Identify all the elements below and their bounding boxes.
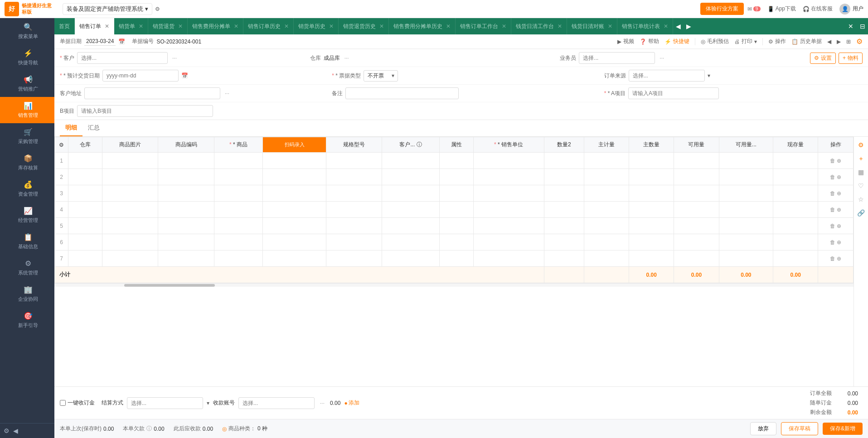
tab-close-cash-reconcile[interactable]: ✕ <box>608 23 612 29</box>
sidebar-item-system[interactable]: ⚙ 系统管理 <box>0 255 54 281</box>
row-7-delete-icon[interactable]: 🗑 <box>830 255 835 262</box>
tab-sales-expense[interactable]: 销售费用分摊单 ✕ <box>188 18 243 34</box>
tab-summary[interactable]: 汇总 <box>82 120 105 136</box>
row-2-main-qty[interactable] <box>629 169 674 185</box>
add-material-btn[interactable]: + 物料 <box>839 53 863 64</box>
row-5-copy-icon[interactable]: ⊕ <box>837 223 841 229</box>
settings-icon[interactable]: ⚙ <box>155 6 160 12</box>
toolbar-shortcut[interactable]: ⚡ 快捷键 <box>664 38 689 45</box>
print-dropdown-icon[interactable]: ▾ <box>754 39 757 45</box>
online-support-area[interactable]: 🎧 在线客服 <box>803 5 833 13</box>
tab-prev-button[interactable]: ◀ <box>673 23 684 30</box>
message-icon-area[interactable]: ✉ 9 <box>747 6 761 12</box>
order-source-dropdown-icon[interactable]: ▾ <box>708 72 710 79</box>
row-2-code[interactable] <box>158 169 214 185</box>
right-panel-settings[interactable]: ⚙ <box>855 139 868 151</box>
right-panel-link[interactable]: 🔗 <box>855 207 868 219</box>
right-panel-grid[interactable]: ▦ <box>855 166 868 178</box>
col-settings[interactable]: ⚙ <box>55 137 68 153</box>
row-4-delete-icon[interactable]: 🗑 <box>830 207 835 213</box>
row-6-delete-icon[interactable]: 🗑 <box>830 239 835 245</box>
row-2-sales-unit[interactable] <box>473 169 544 185</box>
a-project-input[interactable] <box>628 87 719 99</box>
tab-sales-return[interactable]: 销货单 ✕ <box>114 18 148 34</box>
sidebar-item-baseinfo[interactable]: 📋 基础信息 <box>0 228 54 255</box>
tab-sales-refund[interactable]: 销货退货 ✕ <box>148 18 188 34</box>
row-2-available[interactable] <box>674 169 719 185</box>
order-source-input[interactable] <box>629 70 705 82</box>
tab-detail[interactable]: 明细 <box>60 120 82 136</box>
row-2-attributes[interactable] <box>439 169 473 185</box>
row-4-copy-icon[interactable]: ⊕ <box>837 207 841 213</box>
tab-sales-refund-history[interactable]: 销货退货历史 ✕ <box>339 18 389 34</box>
save-new-button[interactable]: 保存&新增 <box>823 423 863 435</box>
row-1-attributes[interactable] <box>439 153 473 169</box>
sidebar-item-finance[interactable]: 💰 资金管理 <box>0 176 54 202</box>
row-3-warehouse[interactable] <box>68 185 102 202</box>
scrollbar-area[interactable] <box>54 283 853 287</box>
tab-sales-return-history[interactable]: 销货单历史 ✕ <box>294 18 339 34</box>
app-download-area[interactable]: 📱 App下载 <box>767 5 796 13</box>
row-3-copy-icon[interactable]: ⊕ <box>837 190 841 197</box>
b-project-input[interactable] <box>77 105 213 117</box>
sidebar-item-quicknav[interactable]: ⚡ 快捷导航 <box>0 44 54 71</box>
row-2-warehouse[interactable] <box>68 169 102 185</box>
sidebar-item-inventory[interactable]: 📦 库存核算 <box>0 149 54 176</box>
row-1-available2[interactable] <box>719 153 773 169</box>
row-1-main-qty[interactable] <box>629 153 674 169</box>
save-draft-button[interactable]: 保存草稿 <box>781 422 818 435</box>
tab-close-sales-return[interactable]: ✕ <box>139 23 143 29</box>
toolbar-help[interactable]: ❓ 帮助 <box>640 38 659 45</box>
row-2-customer-code[interactable] <box>382 169 439 185</box>
discard-button[interactable]: 放弃 <box>750 422 776 435</box>
user-area[interactable]: 👤 用户 <box>839 4 863 14</box>
customer-input[interactable] <box>77 52 168 64</box>
collapse-icon[interactable]: ◀ <box>13 427 18 434</box>
delivery-calendar-icon[interactable]: 📅 <box>181 72 188 79</box>
info-icon[interactable]: ⓘ <box>146 425 152 433</box>
salesperson-input[interactable] <box>579 52 655 64</box>
salesperson-more-btn[interactable]: ··· <box>658 55 666 61</box>
one-click-checkbox[interactable] <box>60 400 66 406</box>
system-title-dropdown[interactable]: 装备及固定资产辅助管理系统 ▾ <box>63 3 152 15</box>
tab-cash-daily[interactable]: 钱货日清工作台 ✕ <box>511 18 567 34</box>
warehouse-more-btn[interactable]: ··· <box>343 55 351 61</box>
row-7-copy-icon[interactable]: ⊕ <box>837 255 841 262</box>
row-1-qty2[interactable] <box>544 153 584 169</box>
row-3-delete-icon[interactable]: 🗑 <box>830 190 835 197</box>
one-click-label[interactable]: 一键收订金 <box>60 399 95 407</box>
toolbar-history[interactable]: 📋 历史单据 <box>791 38 822 45</box>
toolbar-profit[interactable]: ◎ 毛利预估 <box>701 38 729 45</box>
row-2-copy-icon[interactable]: ⊕ <box>837 174 841 180</box>
sidebar-item-purchase[interactable]: 🛒 采购管理 <box>0 123 54 149</box>
row-1-stock[interactable] <box>773 153 818 169</box>
right-panel-heart[interactable]: ♡ <box>855 179 868 192</box>
row-2-product[interactable] <box>214 169 262 185</box>
tab-close-sales-statistics[interactable]: ✕ <box>664 23 668 29</box>
row-5-delete-icon[interactable]: 🗑 <box>830 223 835 229</box>
tab-next-button[interactable]: ▶ <box>684 23 694 30</box>
tab-home[interactable]: 首页 <box>54 18 75 34</box>
scrollbar-thumb[interactable] <box>124 284 215 287</box>
tab-close-sales-order[interactable]: ✕ <box>105 23 109 29</box>
add-payment-button[interactable]: ● 添加 <box>344 399 359 407</box>
calendar-icon[interactable]: 📅 <box>118 39 125 45</box>
row-1-product[interactable] <box>214 153 262 169</box>
tab-sales-statistics[interactable]: 销售订单统计表 ✕ <box>617 18 673 34</box>
address-more-btn[interactable]: ··· <box>223 90 231 96</box>
tab-close-order-workbench[interactable]: ✕ <box>502 23 506 29</box>
row-1-delete-icon[interactable]: 🗑 <box>830 158 835 164</box>
toolbar-view[interactable]: ▶ 视频 <box>617 38 634 45</box>
row-1-sales-unit[interactable] <box>473 153 544 169</box>
row-6-warehouse[interactable] <box>68 234 102 250</box>
row-1-customer-code[interactable] <box>382 153 439 169</box>
sidebar-item-search[interactable]: 🔍 搜索菜单 <box>0 18 54 44</box>
account-input[interactable] <box>238 397 315 409</box>
tab-close-refund-history[interactable]: ✕ <box>379 23 384 29</box>
row-2-available2[interactable] <box>719 169 773 185</box>
right-panel-star[interactable]: ☆ <box>855 193 868 206</box>
date-value[interactable]: 2023-03-24 <box>84 37 116 46</box>
tab-sales-order-history[interactable]: 销售订单历史 ✕ <box>243 18 294 34</box>
sidebar-item-marketing[interactable]: 📢 营销推广 <box>0 71 54 97</box>
toolbar-pagination-prev[interactable]: ◀ <box>827 39 831 45</box>
